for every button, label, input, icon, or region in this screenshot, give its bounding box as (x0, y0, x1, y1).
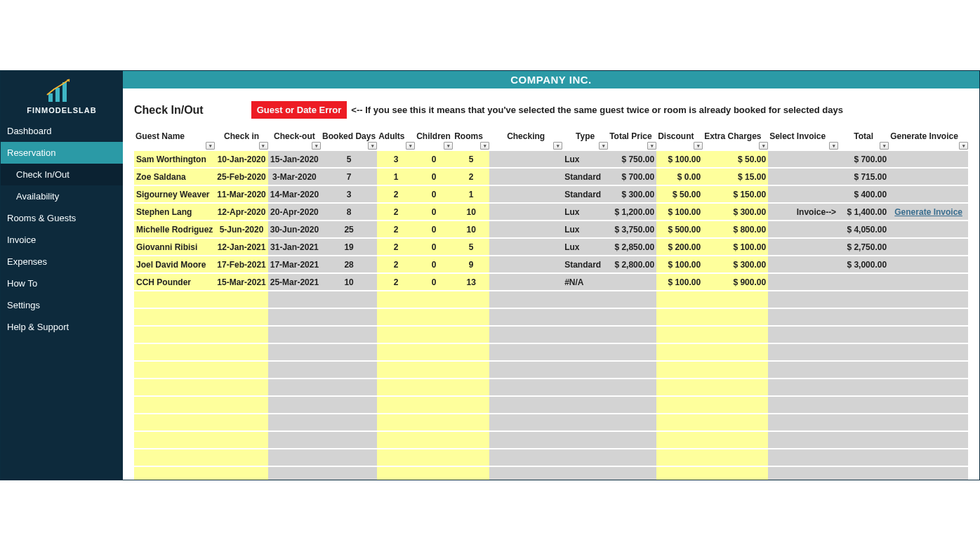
empty-cell[interactable] (453, 448, 489, 466)
empty-cell[interactable] (377, 360, 415, 378)
empty-cell[interactable] (656, 466, 703, 480)
empty-cell[interactable] (703, 360, 768, 378)
empty-cell[interactable] (415, 395, 453, 413)
cell-extra-charges[interactable]: $ 800.00 (703, 220, 768, 237)
cell-guest-name[interactable]: Zoe Saldana (134, 167, 215, 185)
sidebar-item-dashboard[interactable]: Dashboard (1, 120, 123, 142)
empty-cell[interactable] (656, 360, 703, 378)
empty-cell[interactable] (215, 466, 267, 480)
empty-cell[interactable] (134, 290, 215, 308)
cell-extra-charges[interactable]: $ 100.00 (703, 237, 768, 255)
cell-extra-charges[interactable]: $ 900.00 (703, 272, 768, 290)
empty-cell[interactable] (453, 290, 489, 308)
cell-adults[interactable]: 2 (377, 272, 415, 290)
empty-cell[interactable] (134, 343, 215, 360)
empty-cell[interactable] (453, 395, 489, 413)
cell-extra-charges[interactable]: $ 150.00 (703, 185, 768, 202)
sidebar-item-rooms-guests[interactable]: Rooms & Guests (1, 207, 123, 229)
empty-cell[interactable] (134, 308, 215, 325)
empty-cell[interactable] (134, 360, 215, 378)
col-booked-days[interactable]: Booked Days ▾ (321, 129, 377, 150)
sidebar-item-settings[interactable]: Settings (1, 294, 123, 316)
empty-cell[interactable] (453, 378, 489, 395)
empty-cell[interactable] (656, 413, 703, 431)
empty-cell[interactable] (703, 431, 768, 448)
empty-cell[interactable] (656, 308, 703, 325)
cell-check-in[interactable]: 11-Mar-2020 (215, 185, 267, 202)
empty-cell[interactable] (453, 308, 489, 325)
col-guest[interactable]: Guest Name ▾ (134, 129, 215, 150)
empty-cell[interactable] (134, 466, 215, 480)
sidebar-item-availability[interactable]: Availability (1, 185, 123, 207)
empty-cell[interactable] (415, 448, 453, 466)
col-total[interactable]: Total ▾ (838, 129, 889, 150)
empty-cell[interactable] (215, 413, 267, 431)
cell-children[interactable]: 0 (415, 185, 453, 202)
empty-cell[interactable] (415, 325, 453, 343)
cell-discount[interactable]: $ 100.00 (656, 272, 703, 290)
cell-guest-name[interactable]: CCH Pounder (134, 272, 215, 290)
cell-guest-name[interactable]: Sigourney Weaver (134, 185, 215, 202)
empty-cell[interactable] (215, 343, 267, 360)
sidebar-item-expenses[interactable]: Expenses (1, 251, 123, 272)
dropdown-icon[interactable]: ▾ (880, 142, 889, 150)
cell-extra-charges[interactable]: $ 300.00 (703, 255, 768, 272)
empty-cell[interactable] (656, 290, 703, 308)
cell-rooms[interactable]: 5 (453, 150, 489, 167)
empty-cell[interactable] (703, 395, 768, 413)
empty-cell[interactable] (377, 308, 415, 325)
dropdown-icon[interactable]: ▾ (406, 142, 415, 150)
empty-cell[interactable] (415, 308, 453, 325)
empty-cell[interactable] (453, 466, 489, 480)
dropdown-icon[interactable]: ▾ (444, 142, 453, 150)
empty-cell[interactable] (453, 325, 489, 343)
col-extra-charges[interactable]: Extra Charges ▾ (703, 129, 768, 150)
empty-cell[interactable] (134, 395, 215, 413)
dropdown-icon[interactable]: ▾ (480, 142, 489, 150)
empty-cell[interactable] (377, 448, 415, 466)
cell-adults[interactable]: 2 (377, 255, 415, 272)
cell-generate-invoice[interactable]: Generate Invoice (889, 202, 968, 220)
empty-cell[interactable] (415, 378, 453, 395)
dropdown-icon[interactable]: ▾ (959, 142, 968, 150)
col-type[interactable]: Type ▾ (562, 129, 608, 150)
empty-cell[interactable] (215, 378, 267, 395)
empty-cell[interactable] (377, 431, 415, 448)
empty-cell[interactable] (215, 360, 267, 378)
cell-check-in[interactable]: 12-Apr-2020 (215, 202, 267, 220)
cell-discount[interactable]: $ 200.00 (656, 237, 703, 255)
dropdown-icon[interactable]: ▾ (206, 142, 215, 150)
cell-discount[interactable]: $ 100.00 (656, 202, 703, 220)
empty-cell[interactable] (134, 413, 215, 431)
cell-guest-name[interactable]: Sam Worthington (134, 150, 215, 167)
cell-extra-charges[interactable]: $ 300.00 (703, 202, 768, 220)
empty-cell[interactable] (215, 290, 267, 308)
empty-cell[interactable] (656, 343, 703, 360)
cell-children[interactable]: 0 (415, 167, 453, 185)
empty-cell[interactable] (377, 290, 415, 308)
empty-cell[interactable] (453, 431, 489, 448)
cell-rooms[interactable]: 9 (453, 255, 489, 272)
cell-adults[interactable]: 2 (377, 237, 415, 255)
sidebar-item-how-to[interactable]: How To (1, 272, 123, 294)
cell-rooms[interactable]: 10 (453, 220, 489, 237)
empty-cell[interactable] (703, 378, 768, 395)
empty-cell[interactable] (377, 325, 415, 343)
empty-cell[interactable] (703, 413, 768, 431)
empty-cell[interactable] (377, 395, 415, 413)
cell-rooms[interactable]: 2 (453, 167, 489, 185)
empty-cell[interactable] (703, 290, 768, 308)
empty-cell[interactable] (656, 395, 703, 413)
dropdown-icon[interactable]: ▾ (599, 142, 608, 150)
empty-cell[interactable] (453, 413, 489, 431)
cell-check-in[interactable]: 25-Feb-2020 (215, 167, 267, 185)
empty-cell[interactable] (703, 325, 768, 343)
col-rooms[interactable]: Rooms ▾ (453, 129, 489, 150)
cell-guest-name[interactable]: Joel David Moore (134, 255, 215, 272)
sidebar-item-check-in-out[interactable]: Check In/Out (1, 164, 123, 185)
cell-rooms[interactable]: 10 (453, 202, 489, 220)
dropdown-icon[interactable]: ▾ (694, 142, 703, 150)
cell-discount[interactable]: $ 50.00 (656, 185, 703, 202)
empty-cell[interactable] (215, 431, 267, 448)
empty-cell[interactable] (415, 431, 453, 448)
